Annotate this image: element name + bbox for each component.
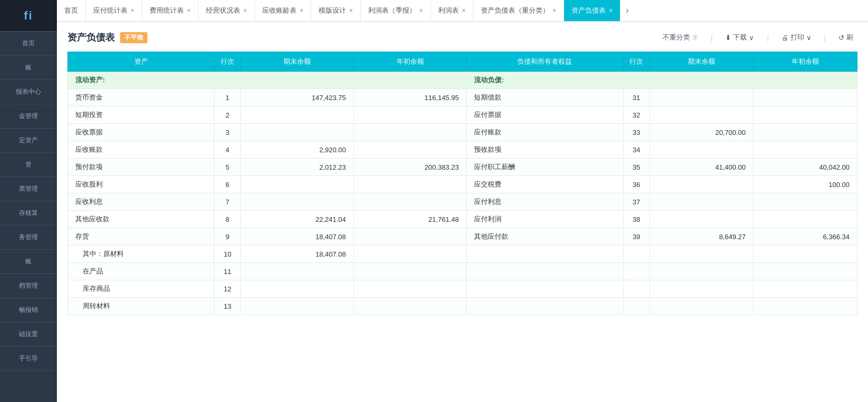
table-row: 货币资金 1 147,423.75 116,145.95 短期借款 31 [68,89,857,106]
sidebar-item-report-center[interactable]: 报表中心 [0,80,57,104]
sidebar-item-ledger[interactable]: 账 [0,250,57,274]
unbalanced-badge: 不平衡 [120,32,147,43]
end-bal2-cell [649,263,753,280]
asset-cell: 周转材料 [68,298,214,315]
th-beg-balance2: 年初余额 [753,52,857,72]
tab-balance[interactable]: 资产负债表 × [564,0,620,22]
end-bal-cell [241,263,353,280]
tab-home[interactable]: 首页 [57,0,86,22]
liability-cell: 应交税费 [467,176,623,193]
page-title-area: 资产负债表 不平衡 [67,31,147,44]
beg-bal-cell [353,280,466,298]
sidebar-item-guide[interactable]: 手引导 [0,347,57,371]
beg-bal-cell [353,298,466,315]
row-num-cell: 7 [214,193,241,211]
liability-cell: 应付利润 [467,211,623,228]
row-num2-cell: 36 [623,176,649,193]
sidebar-item-finance-mgmt[interactable]: 金管理 [0,104,57,129]
end-bal2-cell: 8,649.27 [649,228,753,246]
th-end-balance: 期末余额 [241,52,353,72]
beg-bal-cell [353,228,466,246]
sidebar-item-home[interactable]: 首页 [0,32,57,56]
asset-cell: 其他应收款 [68,211,214,228]
row-num-cell: 5 [214,159,241,176]
tab-close-profit-quarterly[interactable]: × [419,7,423,14]
sidebar-item-expense[interactable]: 畅报销 [0,298,57,322]
row-num2-cell: 37 [623,193,649,211]
end-bal2-cell [649,298,753,315]
table-row: 在产品 11 [68,263,857,280]
table-row: 存货 9 18,407.08 其他应付款 39 8,649.27 6,366.3… [68,228,857,246]
row-num-cell: 3 [214,124,241,141]
beg-bal2-cell [753,298,857,315]
row-num-cell: 2 [214,106,241,124]
tab-close-receivable-aging[interactable]: × [300,7,303,14]
row-num2-cell [623,298,649,315]
tab-template-design[interactable]: 模版设计 × [311,0,361,22]
tab-close-balance-reclassify[interactable]: × [553,7,556,14]
help-icon[interactable]: ⑦ [692,34,698,42]
sidebar-item-capital[interactable]: 资 [0,153,57,177]
th-beg-balance: 年初余额 [353,52,466,72]
sidebar-item-fixed-assets[interactable]: 定资产 [0,129,57,153]
liability-cell: 短期借款 [467,89,623,106]
row-num2-cell: 38 [623,211,649,228]
table-row: 其中：原材料 10 18,407.08 [68,246,857,263]
tab-expense-stats[interactable]: 费用统计表 × [142,0,199,22]
sidebar-item-tax-mgmt[interactable]: 务管理 [0,225,57,250]
asset-cell: 货币资金 [68,89,214,106]
tab-close-balance[interactable]: × [609,7,613,14]
tab-profit-quarterly[interactable]: 利润表（季报） × [361,0,431,22]
asset-cell: 其中：原材料 [68,246,214,263]
tab-payable-stats[interactable]: 应付统计表 × [86,0,142,22]
tab-close-profit[interactable]: × [462,7,466,14]
tab-scroll-right[interactable]: › [620,6,634,15]
end-bal-cell [241,106,353,124]
table-row: 应收利息 7 应付利息 37 [68,193,857,211]
end-bal-cell [241,280,353,298]
end-bal-cell: 2,920.00 [241,141,353,159]
row-num-cell: 4 [214,141,241,159]
tab-balance-reclassify[interactable]: 资产负债表（重分类） × [474,0,564,22]
refresh-btn[interactable]: ↺ 刷 [834,31,857,44]
sidebar-item-invoice-mgmt[interactable]: 票管理 [0,177,57,201]
end-bal2-cell [649,89,753,106]
row-num-cell: 12 [214,280,241,298]
sidebar-item-inventory[interactable]: 存核算 [0,201,57,225]
beg-bal-cell [353,246,466,263]
sidebar-item-archive[interactable]: 档管理 [0,274,57,298]
row-num-cell: 6 [214,176,241,193]
beg-bal2-cell [753,280,857,298]
end-bal2-cell: 41,400.00 [649,159,753,176]
end-bal2-cell [649,176,753,193]
liability-cell: 其他应付款 [467,228,623,246]
tab-close-expense-stats[interactable]: × [187,7,191,14]
asset-cell: 应收账款 [68,141,214,159]
row-num-cell: 1 [214,89,241,106]
asset-cell: 在产品 [68,263,214,280]
sidebar-item-account[interactable]: 账 [0,56,57,80]
table-row: 周转材料 13 [68,298,857,315]
toolbar-right: 不重分类 ⑦ | ⬇ 下载 ∨ | 🖨 打印 ∨ | ↺ 刷 [658,31,857,44]
row-num-cell: 8 [214,211,241,228]
tab-close-payable-stats[interactable]: × [131,7,134,14]
tab-operation[interactable]: 经营状况表 × [199,0,255,22]
beg-bal2-cell: 100.00 [753,176,857,193]
asset-cell: 短期投资 [68,106,214,124]
liability-cell: 应付利息 [467,193,623,211]
end-bal-cell [241,298,353,315]
download-btn[interactable]: ⬇ 下载 ∨ [721,31,758,44]
download-arrow-icon: ∨ [749,34,754,42]
no-reclassify-btn[interactable]: 不重分类 ⑦ [658,31,703,44]
download-icon: ⬇ [725,34,731,42]
print-btn[interactable]: 🖨 打印 ∨ [777,31,816,44]
refresh-icon: ↺ [839,34,844,42]
liability-cell: 预收款项 [467,141,623,159]
tab-close-operation[interactable]: × [243,7,247,14]
sidebar-item-basic-settings[interactable]: 础设置 [0,322,57,347]
tab-close-template-design[interactable]: × [349,7,353,14]
beg-bal-cell [353,124,466,141]
th-liability: 负债和所有者权益 [467,52,623,72]
tab-receivable-aging[interactable]: 应收账龄表 × [255,0,311,22]
tab-profit[interactable]: 利润表 × [431,0,474,22]
